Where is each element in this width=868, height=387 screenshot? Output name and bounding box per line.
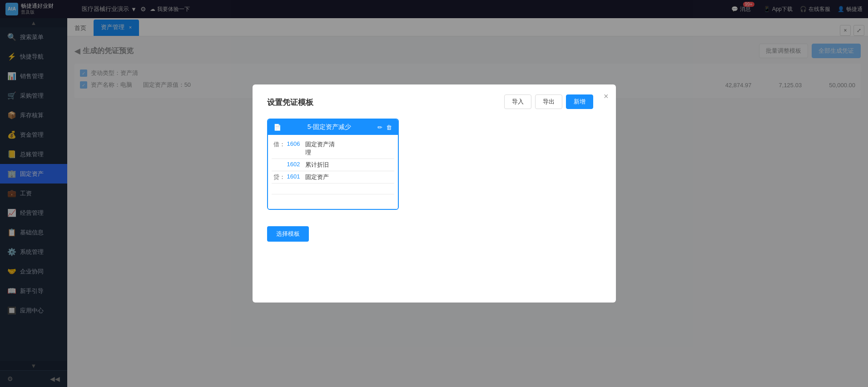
- main-layout: ▲ 🔍 搜索菜单 ⚡ 快捷导航 📊 销售管理 🛒 采购管理 📦 库存核算: [0, 18, 868, 387]
- export-btn[interactable]: 导出: [535, 94, 562, 109]
- content-area: 首页 资产管理 × × ⤢ ◀ 生成的凭证预览: [67, 18, 868, 387]
- modal: 设置凭证模板 导入 导出 新增 × 📄 5-固定资产减少: [253, 84, 616, 303]
- template-card-body: 借： 1606 固定资产清理 1602 累计折旧: [268, 135, 398, 209]
- template-empty-row-1: [272, 184, 394, 194]
- template-entry-3: 贷： 1601 固定资产: [272, 171, 394, 184]
- modal-toolbar: 导入 导出 新增: [504, 94, 593, 109]
- template-entry-2: 1602 累计折旧: [272, 159, 394, 171]
- modal-close-btn[interactable]: ×: [604, 92, 609, 101]
- app-container: AtA 畅捷通好业财 普及版 医疗器械行业演示 ▼ ⚙ ☁ 我要体验一下 💬 消…: [0, 0, 868, 387]
- template-entry-1: 借： 1606 固定资产清理: [272, 139, 394, 159]
- modal-overlay: 设置凭证模板 导入 导出 新增 × 📄 5-固定资产减少: [67, 18, 868, 387]
- delete-icon[interactable]: 🗑: [386, 124, 392, 131]
- select-template-btn[interactable]: 选择模板: [267, 226, 309, 242]
- template-header-actions: ✏ 🗑: [377, 124, 392, 131]
- template-doc-icon: 📄: [273, 124, 281, 131]
- template-card: 📄 5-固定资产减少 ✏ 🗑 借： 1606: [267, 119, 399, 210]
- new-btn[interactable]: 新增: [566, 94, 593, 109]
- import-btn[interactable]: 导入: [504, 94, 531, 109]
- template-empty-row-2: [272, 194, 394, 205]
- edit-icon[interactable]: ✏: [377, 124, 382, 131]
- template-card-header: 📄 5-固定资产减少 ✏ 🗑: [268, 119, 398, 135]
